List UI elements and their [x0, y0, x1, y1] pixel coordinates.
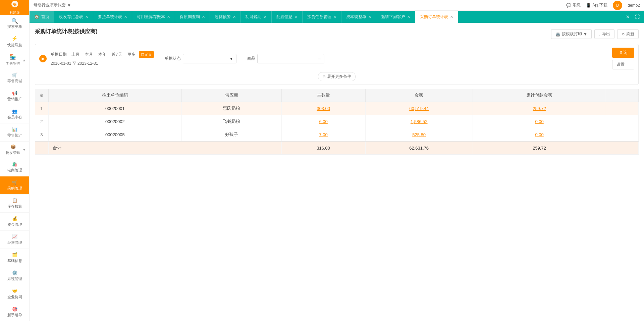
- footer-label: 合计: [48, 141, 281, 155]
- sidebar-item-jingying[interactable]: 📈 经营管理: [0, 231, 29, 249]
- status-filter-group: 单据状态 ▼: [165, 54, 236, 63]
- sidebar-item-label: 系统管理: [7, 276, 22, 281]
- sidebar-item-lingshouguli[interactable]: 🏪 零售管理 ▲: [0, 51, 29, 69]
- tab-baozhi[interactable]: 保质期查询 ✕: [175, 11, 210, 23]
- tab-maximize-btn[interactable]: ⛶: [633, 13, 641, 21]
- tab-kucun[interactable]: 可用量库存账本 ✕: [132, 11, 175, 23]
- home-icon: 🏠: [34, 14, 39, 19]
- row-paid: 0.00: [473, 128, 606, 142]
- nav-icon: 🛒: [12, 180, 17, 185]
- tab-chengben[interactable]: 成本调整单 ✕: [341, 11, 376, 23]
- tab-close-icon[interactable]: ✕: [85, 15, 88, 19]
- status-select[interactable]: ▼: [183, 54, 236, 63]
- sidebar-item-qiye[interactable]: 🤝 企业协同: [0, 285, 29, 303]
- refresh-button[interactable]: ↺ 刷新: [617, 29, 639, 39]
- sidebar-item-huiyuan[interactable]: 👥 会员中心: [0, 105, 29, 123]
- svg-text:畅: 畅: [13, 2, 16, 6]
- tab-tuohuo[interactable]: 拣货任务管理 ✕: [303, 11, 341, 23]
- more-date-btn[interactable]: 更多: [125, 51, 138, 58]
- tab-close-icon[interactable]: ✕: [167, 15, 170, 19]
- tab-label: 邀请下游客户: [381, 14, 405, 20]
- sidebar-item-dianshang[interactable]: 🛍️ 电商管理: [0, 158, 29, 176]
- tab-caigou-active[interactable]: 采购订单统计表 ✕: [415, 11, 458, 23]
- tab-home[interactable]: 🏠 首页: [30, 11, 54, 23]
- tab-close-icon[interactable]: ✕: [333, 15, 336, 19]
- tab-label: 要货单统计表: [98, 14, 122, 20]
- nav-icon: ⚡: [11, 36, 18, 42]
- row-empty: [606, 115, 639, 128]
- export-button[interactable]: ↓ 导出: [594, 29, 614, 39]
- tab-close-icon[interactable]: ✕: [264, 15, 267, 19]
- sidebar-item-label: 零售统计: [7, 133, 22, 138]
- tab-close-icon[interactable]: ✕: [233, 15, 236, 19]
- tab-close-icon[interactable]: ✕: [450, 15, 453, 19]
- product-filter-group: 商品 ···: [247, 54, 324, 63]
- expand-filter-btn[interactable]: ⊕ 展开更多条件: [318, 72, 356, 81]
- last-7-days-btn[interactable]: 近7天: [110, 51, 124, 58]
- tab-yaoqing[interactable]: 邀请下游客户 ✕: [376, 11, 415, 23]
- tab-close-icon[interactable]: ✕: [294, 15, 298, 19]
- custom-date-tag[interactable]: 自定义: [139, 51, 154, 58]
- data-table: ⚙ 往来单位编码 供应商 主数量 金额 累计付款金额 1 00020001 惠氏…: [35, 89, 639, 155]
- sidebar-item-lingshoutj[interactable]: 📊 零售统计: [0, 123, 29, 142]
- sidebar-item-yingxiao[interactable]: 📢 营销推广: [0, 87, 29, 105]
- logo[interactable]: 畅 标题版: [0, 0, 30, 15]
- sidebar-item-label: 快捷导航: [7, 43, 22, 48]
- sidebar-item-zijin[interactable]: 💰 资金管理: [0, 213, 29, 231]
- user-avatar[interactable]: D: [613, 1, 622, 10]
- sidebar-item-kuaijiedaohang[interactable]: ⚡ 快捷导航: [0, 32, 29, 51]
- this-month-btn[interactable]: 本月: [83, 51, 95, 58]
- tab-close-icon[interactable]: ✕: [368, 15, 371, 19]
- sidebar-item-pifa[interactable]: 📦 批发管理 ▼: [0, 142, 29, 158]
- nav-icon: 🛍️: [12, 162, 17, 167]
- nav-icon: 🏪: [10, 54, 16, 60]
- username-label[interactable]: demo2: [628, 3, 640, 8]
- nav-icon: 🛒: [12, 72, 17, 77]
- tab-label: 配置信息: [276, 14, 292, 20]
- filter-toggle-btn[interactable]: ▶: [39, 55, 47, 62]
- gear-icon[interactable]: ⚙: [40, 93, 44, 98]
- app-download-btn[interactable]: 📱 App下载: [586, 2, 607, 8]
- expand-icon: ▼: [22, 148, 26, 152]
- product-input[interactable]: ···: [257, 54, 324, 63]
- this-year-btn[interactable]: 本年: [96, 51, 108, 58]
- page-title: 采购订单统计表(按供应商): [35, 28, 98, 35]
- sidebar-item-label: 营销推广: [7, 97, 22, 102]
- message-icon: 💬: [566, 3, 571, 8]
- tab-yaohuo[interactable]: 要货单统计表 ✕: [93, 11, 132, 23]
- message-btn[interactable]: 💬 消息: [566, 2, 581, 8]
- tab-peizhi[interactable]: 配置信息 ✕: [272, 11, 303, 23]
- search-button[interactable]: 查询: [612, 48, 634, 58]
- print-button[interactable]: 🖨️ 按模板打印 ▼: [551, 29, 592, 39]
- table-footer-row: 合计 316.00 62,631.76 259.72: [35, 141, 639, 155]
- row-paid: 0.00: [473, 115, 606, 128]
- tab-close-icon[interactable]: ✕: [124, 15, 127, 19]
- sidebar-item-xitong[interactable]: ⚙️ 系统管理: [0, 267, 29, 285]
- account-dropdown[interactable]: 母婴行业演示账套 ▼: [34, 2, 71, 8]
- nav-icon: 📈: [12, 234, 17, 239]
- date-filter-label: 单据日期: [51, 52, 67, 57]
- sidebar-search[interactable]: 🔍 搜索英单: [0, 15, 29, 32]
- row-empty: [606, 102, 639, 115]
- sidebar-item-caigou[interactable]: 🛒 采购管理: [0, 176, 29, 195]
- export-icon: ↓: [599, 32, 601, 37]
- row-supplier: 好孩子: [182, 128, 281, 142]
- last-month-btn[interactable]: 上月: [69, 51, 82, 58]
- refresh-icon: ↺: [622, 32, 625, 37]
- settings-button[interactable]: 设置: [612, 60, 634, 69]
- app-label: App下载: [592, 2, 607, 8]
- tab-chaocun[interactable]: 超储预警 ✕: [210, 11, 241, 23]
- tab-close-icon[interactable]: ✕: [407, 15, 410, 19]
- footer-amount: 62,631.76: [365, 141, 473, 155]
- tab-gongneng[interactable]: 功能说明 ✕: [241, 11, 272, 23]
- row-supplier: 惠氏奶粉: [182, 102, 281, 115]
- avatar-initials: D: [616, 3, 619, 7]
- tab-close-window-btn[interactable]: ✕: [624, 13, 632, 21]
- sidebar-item-xinshou[interactable]: 🎯 新手引导: [0, 303, 29, 321]
- sidebar-item-jichu[interactable]: 🗂️ 基础信息: [0, 249, 29, 267]
- sidebar-item-shangcheng[interactable]: 🛒 零售商城: [0, 69, 29, 87]
- sidebar-item-kucun[interactable]: 📋 库存核算: [0, 195, 29, 213]
- tab-shoufapay[interactable]: 收发存汇总表 ✕: [54, 11, 93, 23]
- tab-close-icon[interactable]: ✕: [202, 15, 205, 19]
- product-label: 商品: [247, 56, 255, 61]
